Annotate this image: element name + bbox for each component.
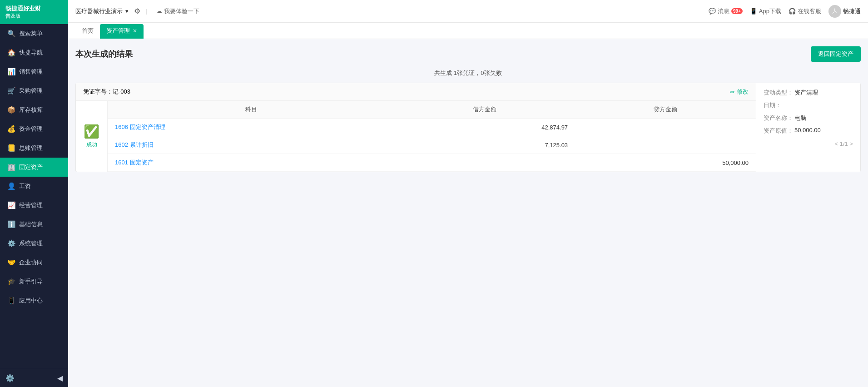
inventory-icon: 📦 xyxy=(7,106,15,114)
app-download-label: App下载 xyxy=(759,7,781,15)
sidebar-item-system[interactable]: ⚙️ 系统管理 xyxy=(0,234,68,253)
summary-bar: 共生成 1张凭证，0张失败 xyxy=(75,69,861,77)
voucher-number: 凭证字号：记-003 xyxy=(83,88,130,96)
sidebar-item-sales[interactable]: 📊 销售管理 xyxy=(0,62,68,81)
guide-icon: 🎓 xyxy=(7,278,15,286)
sidebar-item-fixed-assets[interactable]: 🏢 固定资产 xyxy=(0,158,68,177)
app-center-icon: 📱 xyxy=(7,297,15,305)
chevron-down-icon: ▾ xyxy=(125,8,129,15)
home-icon: 🏠 xyxy=(7,49,15,57)
sidebar-item-label: 基础信息 xyxy=(19,220,43,228)
fixed-assets-icon: 🏢 xyxy=(7,163,15,171)
asset-name-label: 资产名称： xyxy=(764,114,794,122)
sidebar-item-search[interactable]: 🔍 搜索菜单 xyxy=(0,24,68,43)
sidebar-item-label: 总账管理 xyxy=(19,144,43,152)
col-credit: 贷方金额 xyxy=(575,101,756,119)
message-label: 消息 xyxy=(718,7,729,15)
collapse-icon[interactable]: ◀ xyxy=(57,374,63,382)
sidebar-footer: ⚙️ ◀ xyxy=(0,369,68,387)
col-subject: 科目 xyxy=(108,101,394,119)
page-info: 1/1 xyxy=(840,140,850,147)
credit-cell xyxy=(575,119,756,136)
sidebar-item-app-center[interactable]: 📱 应用中心 xyxy=(0,291,68,310)
page-header: 本次生成的结果 返回固定资产 xyxy=(75,46,861,62)
app-name: 畅捷通好业财 xyxy=(5,5,41,13)
sidebar-item-payroll[interactable]: 👤 工资 xyxy=(0,177,68,196)
sidebar-item-basic-info[interactable]: ℹ️ 基础信息 xyxy=(0,215,68,234)
finance-icon: 💰 xyxy=(7,125,15,133)
tab-label: 资产管理 xyxy=(106,27,130,35)
subject-cell: 1601 固定资产 xyxy=(108,154,394,172)
date-row: 日期： xyxy=(764,101,853,109)
voucher-container: 凭证字号：记-003 ✏ 修改 ✅ 成功 xyxy=(75,83,861,172)
debit-cell xyxy=(394,154,575,172)
company-name: 医疗器械行业演示 xyxy=(75,7,123,15)
table-row: 1606 固定资产清理 42,874.97 xyxy=(108,119,756,136)
debit-cell: 7,125.03 xyxy=(394,136,575,154)
content-area: 本次生成的结果 返回固定资产 共生成 1张凭证，0张失败 凭证字号：记-003 … xyxy=(68,39,868,387)
table-row: 1601 固定资产 50,000.00 xyxy=(108,154,756,172)
sidebar-item-operations[interactable]: 📈 经营管理 xyxy=(0,196,68,215)
next-page-icon[interactable]: > xyxy=(849,140,853,147)
sidebar-nav: 🔍 搜索菜单 🏠 快捷导航 📊 销售管理 🛒 采购管理 📦 库存核算 💰 资金管… xyxy=(0,24,68,369)
divider: | xyxy=(146,8,147,15)
sidebar: 畅捷通好业财 普及版 🔍 搜索菜单 🏠 快捷导航 📊 销售管理 🛒 采购管理 📦… xyxy=(0,0,68,387)
sidebar-item-inventory[interactable]: 📦 库存核算 xyxy=(0,100,68,119)
experience-icon: ☁ xyxy=(156,8,162,15)
subject-cell: 1606 固定资产清理 xyxy=(108,119,394,136)
enterprise-icon: 🤝 xyxy=(7,258,15,267)
col-debit: 借方金额 xyxy=(394,101,575,119)
sidebar-item-purchase[interactable]: 🛒 采购管理 xyxy=(0,81,68,100)
prev-page-icon[interactable]: < xyxy=(835,140,838,147)
sidebar-item-guide[interactable]: 🎓 新手引导 xyxy=(0,272,68,291)
pagination: < 1/1 > xyxy=(764,140,853,147)
date-label: 日期： xyxy=(764,101,794,109)
sidebar-item-label: 固定资产 xyxy=(19,163,43,171)
asset-name-value: 电脑 xyxy=(794,114,806,122)
voucher-table: 科目 借方金额 贷方金额 1606 固定资产清理 42,874.97 xyxy=(108,101,756,172)
settings-button[interactable]: ⚙ xyxy=(134,7,140,15)
sidebar-item-label: 快捷导航 xyxy=(19,49,43,57)
sidebar-item-finance[interactable]: 💰 资金管理 xyxy=(0,119,68,139)
ledger-icon: 📒 xyxy=(7,144,15,152)
tab-home[interactable]: 首页 xyxy=(75,24,100,39)
username: 畅捷通 xyxy=(843,7,861,15)
sidebar-item-label: 库存核算 xyxy=(19,106,43,114)
edit-button[interactable]: ✏ 修改 xyxy=(730,88,749,96)
sidebar-item-label: 搜索菜单 xyxy=(19,30,43,38)
sidebar-item-ledger[interactable]: 📒 总账管理 xyxy=(0,139,68,158)
sidebar-item-label: 新手引导 xyxy=(19,278,43,286)
message-button[interactable]: 💬 消息 99+ xyxy=(709,7,743,15)
experience-label: 我要体验一下 xyxy=(164,7,199,15)
user-menu[interactable]: 人 畅捷通 xyxy=(828,5,861,18)
experience-button[interactable]: ☁ 我要体验一下 xyxy=(156,7,199,15)
app-edition: 普及版 xyxy=(5,13,41,20)
sidebar-item-label: 资金管理 xyxy=(19,125,43,133)
success-checkmark-icon: ✅ xyxy=(84,124,99,139)
asset-name-row: 资产名称： 电脑 xyxy=(764,114,853,122)
return-button[interactable]: 返回固定资产 xyxy=(811,46,861,62)
tab-asset-management[interactable]: 资产管理 ✕ xyxy=(100,24,144,39)
headset-icon: 🎧 xyxy=(789,8,796,15)
subject-cell: 1602 累计折旧 xyxy=(108,136,394,154)
change-type-label: 变动类型： xyxy=(764,89,794,97)
settings-icon[interactable]: ⚙️ xyxy=(5,374,15,382)
change-type-row: 变动类型： 资产清理 xyxy=(764,89,853,97)
tab-close-icon[interactable]: ✕ xyxy=(133,28,137,34)
payroll-icon: 👤 xyxy=(7,182,15,190)
app-download-button[interactable]: 📱 App下载 xyxy=(750,7,781,15)
basic-info-icon: ℹ️ xyxy=(7,220,15,228)
sidebar-item-quick-nav[interactable]: 🏠 快捷导航 xyxy=(0,43,68,62)
company-selector[interactable]: 医疗器械行业演示 ▾ xyxy=(75,7,129,15)
search-icon: 🔍 xyxy=(7,30,15,38)
sidebar-item-label: 应用中心 xyxy=(19,297,43,305)
debit-cell: 42,874.97 xyxy=(394,119,575,136)
original-value-value: 50,000.00 xyxy=(794,127,821,135)
page-title: 本次生成的结果 xyxy=(75,49,133,60)
credit-cell: 50,000.00 xyxy=(575,154,756,172)
edit-label: 修改 xyxy=(737,88,749,96)
sidebar-item-enterprise[interactable]: 🤝 企业协同 xyxy=(0,253,68,272)
sidebar-item-label: 企业协同 xyxy=(19,258,43,267)
success-column: ✅ 成功 xyxy=(76,101,108,172)
customer-service-button[interactable]: 🎧 在线客服 xyxy=(789,7,821,15)
